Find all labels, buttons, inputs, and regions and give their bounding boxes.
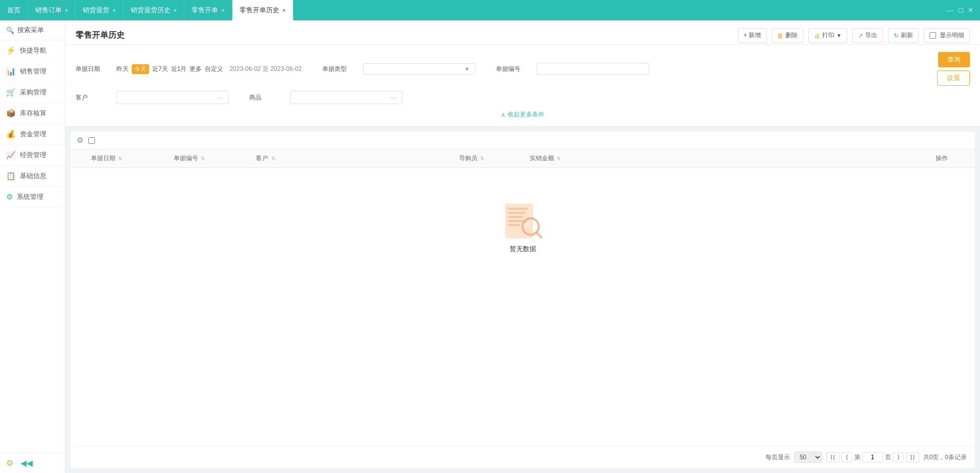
first-page-button[interactable]: ⟨⟨	[826, 452, 840, 462]
sidebar-item-inventory[interactable]: 📦 库存核算	[0, 103, 65, 124]
maximize-icon[interactable]: □	[959, 6, 963, 14]
th-amount-sort-icon[interactable]: ⇅	[557, 156, 561, 161]
customer-dots-icon[interactable]: ···	[217, 93, 223, 102]
shortcut-yesterday[interactable]: 昨天	[116, 65, 129, 73]
print-button[interactable]: 🖨 打印 ▼	[808, 28, 847, 43]
sidebar-item-system-mgmt-label: 系统管理	[17, 192, 43, 202]
tab-sales-order-close[interactable]: ×	[65, 7, 68, 13]
sidebar-item-sales-mgmt-label: 销售管理	[20, 67, 46, 76]
sidebar-item-system-mgmt[interactable]: ⚙ 系统管理	[0, 187, 65, 208]
data-table: 单据日期 ⇅ 单据编号 ⇅ 客户 ⇅	[70, 150, 975, 168]
window-controls: — □ ×	[946, 6, 980, 15]
query-button[interactable]: 查询	[938, 52, 970, 67]
tab-retail-open-history-close[interactable]: ×	[282, 7, 285, 13]
next-page-button[interactable]: ⟩	[893, 452, 904, 462]
table-wrap: 单据日期 ⇅ 单据编号 ⇅ 客户 ⇅	[70, 150, 975, 446]
th-salesperson-sort-icon[interactable]: ⇅	[480, 156, 484, 161]
collapse-filter-label: 收起更多条件	[508, 110, 544, 119]
goods-dots-icon[interactable]: ···	[391, 93, 397, 102]
shortcut-7days[interactable]: 近7天	[152, 65, 168, 73]
collapse-filter-button[interactable]: ∧ 收起更多条件	[501, 110, 544, 119]
sidebar-item-basic-info[interactable]: 📋 基础信息	[0, 166, 65, 187]
system-mgmt-icon: ⚙	[6, 192, 13, 202]
export-button[interactable]: ↗ 导出	[852, 28, 883, 43]
display-detail-button[interactable]: 显示明细	[924, 28, 970, 43]
settings-icon[interactable]: ⚙	[6, 458, 13, 468]
shortcut-custom[interactable]: 自定义	[205, 65, 223, 73]
prev-page-button[interactable]: ⟨	[842, 452, 852, 462]
sidebar-search[interactable]: 🔍 搜索采单	[0, 20, 65, 40]
shortcut-more[interactable]: 更多	[189, 65, 202, 73]
quick-nav-icon: ⚡	[6, 46, 16, 55]
minimize-icon[interactable]: —	[946, 6, 953, 14]
shortcut-1month[interactable]: 近1月	[171, 65, 187, 73]
select-all-checkbox[interactable]	[88, 137, 95, 144]
customer-label: 客户	[76, 93, 106, 102]
customer-select[interactable]: ···	[116, 91, 229, 104]
doc-type-select[interactable]: ▼	[363, 63, 475, 74]
filter-row-1: 单据日期 昨天 今天 近7天 近1月 更多 自定义 2023-06-02 至 2…	[76, 52, 970, 86]
no-data-text: 暂无数据	[510, 244, 536, 254]
tab-home-label: 首页	[7, 6, 20, 15]
svg-rect-2	[508, 212, 525, 214]
tab-sales-return[interactable]: 销货退货 ×	[76, 0, 123, 20]
date-range-display: 2023-06-02 至 2023-06-02	[229, 65, 301, 73]
page-title: 零售开单历史	[76, 30, 125, 41]
th-date-sort-icon[interactable]: ⇅	[118, 156, 122, 161]
tab-retail-open-history[interactable]: 零售开单历史 ×	[232, 0, 293, 20]
sidebar-bottom: ⚙ ◀◀	[0, 453, 65, 473]
table-settings-icon[interactable]: ⚙	[77, 136, 83, 145]
tab-retail-open-label: 零售开单	[192, 6, 218, 15]
filter-area: 单据日期 昨天 今天 近7天 近1月 更多 自定义 2023-06-02 至 2…	[65, 45, 980, 127]
per-page-label: 每页显示	[766, 453, 790, 462]
shortcut-today[interactable]: 今天	[132, 64, 149, 74]
sidebar-item-sales-mgmt[interactable]: 📊 销售管理	[0, 61, 65, 82]
th-salesperson[interactable]: 导购员 ⇅	[454, 150, 524, 168]
total-info-label: 共0页，0条记录	[923, 453, 967, 462]
sidebar-item-purchase-mgmt[interactable]: 🛒 采购管理	[0, 82, 65, 103]
page-suffix-label: 页	[885, 453, 891, 462]
th-no-sort-icon[interactable]: ⇅	[201, 156, 205, 161]
doc-no-input[interactable]	[537, 63, 649, 75]
sidebar-item-finance-mgmt[interactable]: 💰 资金管理	[0, 124, 65, 145]
collapse-sidebar-icon[interactable]: ◀◀	[20, 458, 33, 468]
no-data-illustration	[497, 198, 548, 244]
close-icon[interactable]: ×	[968, 6, 973, 15]
th-amount-label: 实销金额	[530, 155, 554, 162]
per-page-select[interactable]: 50 10 20 100	[794, 452, 822, 463]
doc-no-label: 单据编号	[496, 65, 527, 73]
last-page-button[interactable]: ⟩⟩	[906, 452, 919, 462]
tab-retail-open-history-label: 零售开单历史	[240, 6, 279, 15]
add-button[interactable]: + 新增	[738, 28, 767, 43]
tab-retail-open-close[interactable]: ×	[221, 7, 224, 13]
th-no[interactable]: 单据编号 ⇅	[169, 150, 251, 168]
goods-select[interactable]: ···	[290, 91, 402, 104]
th-customer[interactable]: 客户 ⇅	[251, 150, 453, 168]
current-page-input[interactable]: 1	[863, 452, 883, 462]
tab-sales-return-close[interactable]: ×	[112, 7, 115, 13]
tab-sales-return-history-close[interactable]: ×	[174, 7, 177, 13]
sidebar-item-inventory-label: 库存核算	[20, 109, 46, 118]
svg-rect-3	[508, 216, 523, 218]
display-detail-checkbox[interactable]	[929, 32, 936, 39]
svg-rect-1	[508, 208, 528, 210]
sidebar: 🔍 搜索采单 ⚡ 快捷导航 📊 销售管理 🛒 采购管理 📦 库存核算 💰 资金管…	[0, 20, 65, 473]
tab-retail-open[interactable]: 零售开单 ×	[184, 0, 232, 20]
tab-home[interactable]: 首页	[0, 0, 28, 20]
settings-button[interactable]: 设置	[937, 70, 970, 86]
refresh-button[interactable]: ↻ 刷新	[888, 28, 919, 43]
tab-sales-order[interactable]: 销售订单 ×	[28, 0, 76, 20]
delete-icon: 🗑	[777, 32, 783, 39]
content-area: 零售开单历史 + 新增 🗑 删除 🖨 打印 ▼ ↗ 导出	[65, 20, 980, 473]
sidebar-item-operation-mgmt[interactable]: 📈 经营管理	[0, 145, 65, 166]
th-amount[interactable]: 实销金额 ⇅	[524, 150, 930, 168]
tab-sales-return-history-label: 销货退货历史	[131, 6, 171, 15]
tab-sales-return-history[interactable]: 销货退货历史 ×	[124, 0, 184, 20]
delete-button[interactable]: 🗑 删除	[772, 28, 803, 43]
th-date[interactable]: 单据日期 ⇅	[86, 150, 169, 168]
sidebar-item-quick-nav-label: 快捷导航	[20, 46, 46, 55]
refresh-button-label: 刷新	[901, 31, 913, 40]
th-customer-sort-icon[interactable]: ⇅	[271, 156, 275, 161]
header-actions: + 新增 🗑 删除 🖨 打印 ▼ ↗ 导出 ↻ 刷新	[738, 28, 970, 43]
sidebar-item-quick-nav[interactable]: ⚡ 快捷导航	[0, 40, 65, 61]
